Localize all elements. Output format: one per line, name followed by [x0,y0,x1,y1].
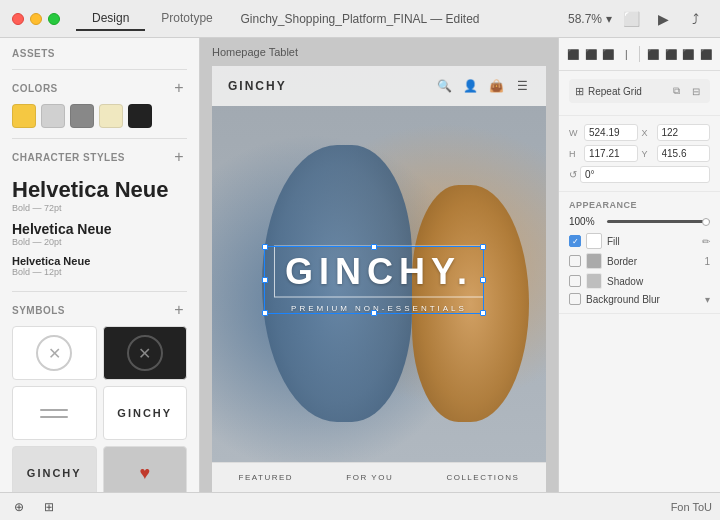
height-label: H [569,149,581,159]
color-swatch-yellow[interactable] [12,104,36,128]
align-left-icon[interactable]: ⬛ [565,44,581,64]
symbol-logo-light[interactable]: GINCHY [103,386,188,440]
fill-checkbox[interactable] [569,235,581,247]
char-style-item-72[interactable]: Helvetica Neue Bold — 72pt [12,173,187,217]
color-swatch-cream[interactable] [99,104,123,128]
maximize-button[interactable] [48,13,60,25]
y-label: Y [642,149,654,159]
x-input[interactable] [657,124,711,141]
repeat-grid-section: ⊞ Repeat Grid ⧉ ⊟ [559,71,720,116]
alignment-toolbar: ⬛ ⬛ ⬛ | ⬛ ⬛ ⬛ ⬛ [559,38,720,71]
footer-for-you[interactable]: FOR YOU [346,473,393,482]
x-label: X [642,128,654,138]
appearance-label: APPEARANCE [569,200,710,210]
repeat-grid-tool[interactable]: ⊞ Repeat Grid ⧉ ⊟ [569,79,710,103]
artboard[interactable]: GINCHY 🔍 👤 👜 ☰ GINCHY. PREMIUM NON-ESSEN… [212,66,546,492]
border-label: Border [607,256,699,267]
artboard-brand: GINCHY [228,79,287,93]
symbols-section: Symbols + ✕ ✕ GINCH [0,292,199,492]
bg-blur-row: Background Blur ▾ [569,293,710,305]
tab-prototype[interactable]: Prototype [145,7,228,31]
assets-label: ASSETS [12,48,187,59]
device-preview-icon[interactable]: ⬜ [620,7,644,31]
align-bar-icon[interactable]: | [618,44,634,64]
grid-actions: ⧉ ⊟ [668,83,704,99]
add-char-style-button[interactable]: + [171,149,187,165]
y-input[interactable] [657,145,711,162]
shadow-color-swatch[interactable] [586,273,602,289]
file-title: Ginchy_Shopping_Platform_FINAL — Edited [240,12,479,26]
border-row: Border 1 [569,253,710,269]
width-input[interactable] [584,124,638,141]
color-swatch-black[interactable] [128,104,152,128]
toolbar-right: 58.7% ▾ ⬜ ▶ ⤴ [568,7,708,31]
rotation-group: ↺ [569,166,710,183]
fill-color-swatch[interactable] [586,233,602,249]
tab-design[interactable]: Design [76,7,145,31]
align-top-icon[interactable]: ⬛ [645,44,661,64]
shadow-checkbox[interactable] [569,275,581,287]
bottom-bar: ⊕ ⊞ Fon ToU [0,492,720,520]
artboard-nav-icons: 🔍 👤 👜 ☰ [436,78,530,94]
left-panel: ASSETS Colors + Character Styles + [0,38,200,492]
symbols-grid: ✕ ✕ GINCHY GINCHY [12,326,187,492]
add-color-button[interactable]: + [171,80,187,96]
fill-edit-icon[interactable]: ✏ [702,236,710,247]
height-input[interactable] [584,145,638,162]
char-style-name-72: Helvetica Neue [12,177,187,203]
align-center-h-icon[interactable]: ⬛ [583,44,599,64]
grid-copy-icon[interactable]: ⧉ [668,83,684,99]
symbol-close-circle-dark[interactable]: ✕ [103,326,188,380]
close-circle-dark-icon: ✕ [127,335,163,371]
border-color-swatch[interactable] [586,253,602,269]
assets-section: ASSETS [0,38,199,69]
colors-header: Colors + [12,80,187,96]
opacity-thumb [702,218,710,226]
rotation-input[interactable] [580,166,710,183]
canvas-area[interactable]: Homepage Tablet GINCHY 🔍 👤 👜 ☰ [200,38,558,492]
footer-collections[interactable]: COLLECTIONS [446,473,519,482]
appearance-section: APPEARANCE 100% Fill ✏ Border 1 [559,192,720,314]
color-swatch-medium-gray[interactable] [70,104,94,128]
hero-subtitle: PREMIUM NON-ESSENTIALS [274,304,484,313]
border-checkbox[interactable] [569,255,581,267]
bg-blur-chevron-icon[interactable]: ▾ [705,294,710,305]
footer-featured[interactable]: FEATURED [239,473,294,482]
play-icon[interactable]: ▶ [652,7,676,31]
bottom-layers-icon[interactable]: ⊕ [8,496,30,518]
symbol-menu-lines[interactable] [12,386,97,440]
artboard-content: GINCHY 🔍 👤 👜 ☰ GINCHY. PREMIUM NON-ESSEN… [212,66,546,492]
heart-icon: ♥ [139,463,150,484]
toolbar-separator [639,46,640,62]
add-symbol-button[interactable]: + [171,302,187,318]
bottom-plugins-icon[interactable]: ⊞ [38,496,60,518]
symbol-logo-gray[interactable]: GINCHY [12,446,97,492]
color-swatch-light-gray[interactable] [41,104,65,128]
close-button[interactable] [12,13,24,25]
nav-bag-icon: 👜 [488,78,504,94]
dimensions-grid: W X H Y [569,124,710,162]
char-style-item-12[interactable]: Helvetica Neue Bold — 12pt [12,251,187,281]
border-value: 1 [704,256,710,267]
grid-ungroup-icon[interactable]: ⊟ [688,83,704,99]
fill-row: Fill ✏ [569,233,710,249]
char-style-item-20[interactable]: Helvetica Neue Bold — 20pt [12,217,187,251]
width-label: W [569,128,581,138]
minimize-button[interactable] [30,13,42,25]
tab-bar: Design Prototype [76,7,229,31]
align-right-icon[interactable]: ⬛ [601,44,617,64]
nav-menu-icon: ☰ [514,78,530,94]
zoom-chevron-icon[interactable]: ▾ [606,12,612,26]
align-bottom-icon[interactable]: ⬛ [680,44,696,64]
opacity-slider[interactable] [607,220,710,223]
zoom-value[interactable]: 58.7% [568,12,602,26]
symbol-heart[interactable]: ♥ [103,446,188,492]
bg-blur-checkbox[interactable] [569,293,581,305]
symbol-close-circle-light[interactable]: ✕ [12,326,97,380]
align-middle-icon[interactable]: ⬛ [663,44,679,64]
distribute-icon[interactable]: ⬛ [698,44,714,64]
x-group: X [642,124,711,141]
char-style-meta-20: Bold — 20pt [12,237,187,247]
share-icon[interactable]: ⤴ [684,7,708,31]
char-styles-section: Character Styles + Helvetica Neue Bold —… [0,139,199,291]
